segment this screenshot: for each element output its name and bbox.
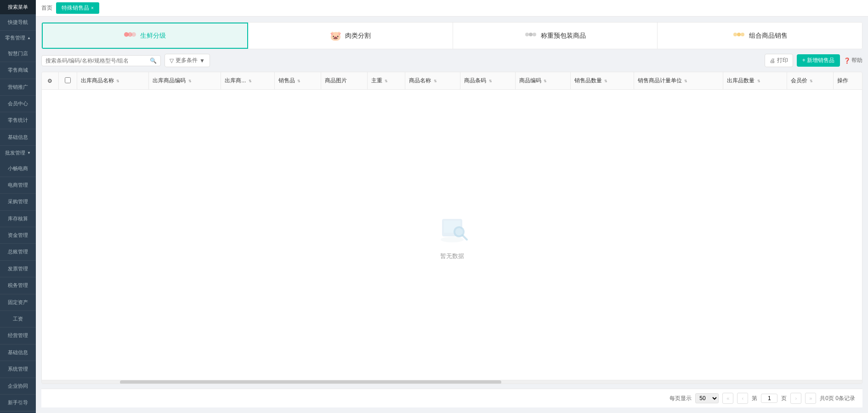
th-settings[interactable]: ⚙ — [42, 72, 58, 90]
svg-point-7 — [737, 33, 741, 36]
sort-arrows-out-qty: ⇅ — [757, 79, 760, 83]
sidebar-item-smart-store[interactable]: 智慧门店 — [0, 46, 36, 62]
sort-arrows-out-product-spec: ⇅ — [249, 79, 252, 83]
sort-arrows-member-price: ⇅ — [810, 79, 813, 83]
svg-point-5 — [533, 33, 536, 36]
cat-tab-weight-pack[interactable]: 称重预包装商品 — [453, 23, 658, 49]
sidebar-item-quick-nav[interactable]: 快捷导航 — [0, 14, 36, 31]
sidebar-item-inventory[interactable]: 库存核算 — [0, 211, 36, 227]
active-tab[interactable]: 特殊销售品 × — [56, 2, 99, 14]
sort-arrows-product-code: ⇅ — [544, 79, 547, 83]
th-product-name[interactable]: 商品名称 ⇅ — [405, 72, 460, 90]
home-link[interactable]: 首页 — [41, 4, 52, 12]
select-all-checkbox[interactable] — [65, 77, 71, 83]
print-label: 打印 — [777, 57, 788, 64]
sidebar-logo[interactable]: 搜索菜单 — [0, 0, 36, 14]
sidebar-item-purchase-mgmt[interactable]: 采购管理 — [0, 194, 36, 210]
th-product-image[interactable]: 商品图片 — [321, 72, 368, 90]
svg-point-9 — [441, 237, 464, 242]
th-sale-product[interactable]: 销售品 ⇅ — [275, 72, 321, 90]
sort-arrows-product-name: ⇅ — [434, 79, 437, 83]
page-content: 生鲜分级 🐷 肉类分割 称重预包装商品 — [36, 17, 868, 413]
sidebar-item-wholesale-mgmt[interactable]: 批发管理 — [0, 146, 36, 160]
help-button[interactable]: ❓ 帮助 — [844, 57, 862, 64]
th-out-qty[interactable]: 出库品数量 ⇅ — [723, 72, 787, 90]
horizontal-scrollbar[interactable] — [42, 380, 862, 384]
print-icon: 🖨 — [770, 57, 775, 64]
cat-tab-fresh-grade-label: 生鲜分级 — [140, 32, 166, 40]
combo-sale-icon — [732, 30, 745, 41]
th-action: 操作 — [833, 72, 862, 90]
sidebar-item-tax[interactable]: 税务管理 — [0, 277, 36, 294]
th-checkbox[interactable] — [58, 72, 77, 90]
svg-point-2 — [131, 32, 136, 37]
sort-arrows-out-product-name: ⇅ — [116, 79, 119, 83]
empty-state-icon — [434, 210, 471, 247]
add-product-button[interactable]: + 新增销售品 — [797, 54, 840, 67]
cat-tab-fresh-grade[interactable]: 生鲜分级 — [42, 23, 248, 49]
th-out-product-name[interactable]: 出库商品名称 ⇅ — [77, 72, 149, 90]
main-content: 首页 特殊销售品 × 生鲜分级 🐷 肉类分割 — [36, 0, 868, 413]
sidebar-item-sys-mgmt[interactable]: 系统管理 — [0, 361, 36, 378]
sidebar-item-ops-mgmt[interactable]: 经营管理 — [0, 327, 36, 344]
filter-label: 更多条件 — [176, 57, 198, 64]
sidebar-item-payroll[interactable]: 工资 — [0, 311, 36, 327]
page-input[interactable] — [761, 394, 777, 403]
sidebar-item-retail-mgmt[interactable]: 零售管理 — [0, 31, 36, 45]
th-product-code[interactable]: 商品编码 ⇅ — [515, 72, 570, 90]
cat-tab-meat-cut[interactable]: 🐷 肉类分割 — [248, 23, 453, 49]
th-sale-unit[interactable]: 销售商品计量单位 ⇅ — [634, 72, 723, 90]
print-button[interactable]: 🖨 打印 — [765, 54, 793, 67]
sidebar-item-mini-ecom[interactable]: 小畅电商 — [0, 161, 36, 177]
scrollbar-thumb[interactable] — [120, 380, 501, 384]
search-box[interactable]: 🔍 — [41, 55, 161, 66]
sidebar-item-retail-stats[interactable]: 零售统计 — [0, 112, 36, 129]
page-size-select[interactable]: 10 20 50 100 — [695, 393, 719, 403]
prev-page-button[interactable]: ‹ — [737, 393, 748, 404]
tab-close-icon[interactable]: × — [91, 6, 94, 11]
sidebar-item-member-center[interactable]: 会员中心 — [0, 96, 36, 112]
th-weight[interactable]: 主重 ⇅ — [367, 72, 405, 90]
sort-arrows-out-product-code: ⇅ — [188, 79, 192, 83]
sidebar-item-basic-info2[interactable]: 基础信息 — [0, 344, 36, 361]
empty-state: 暂无数据 — [42, 90, 862, 380]
sidebar-item-ecom-mgmt[interactable]: 电商管理 — [0, 177, 36, 194]
sidebar-item-invoice[interactable]: 发票管理 — [0, 261, 36, 277]
sidebar-item-fixed-assets[interactable]: 固定资产 — [0, 294, 36, 311]
total-label: 共0页 0条记录 — [820, 395, 855, 402]
first-page-button[interactable]: « — [722, 393, 733, 404]
data-table: ⚙ 出库商品名称 ⇅ 出库商品编码 ⇅ — [42, 72, 862, 90]
sidebar-item-basic-info[interactable]: 基础信息 — [0, 129, 36, 146]
meat-cut-icon: 🐷 — [330, 30, 341, 41]
cat-tab-combo-sale[interactable]: 组合商品销售 — [658, 23, 862, 49]
th-sale-qty[interactable]: 销售品数量 ⇅ — [570, 72, 634, 90]
th-product-barcode[interactable]: 商品条码 ⇅ — [460, 72, 516, 90]
sidebar-item-sales-promo[interactable]: 营销推广 — [0, 79, 36, 96]
topbar: 首页 特殊销售品 × — [36, 0, 868, 17]
search-input[interactable] — [45, 57, 150, 64]
search-icon[interactable]: 🔍 — [150, 57, 157, 64]
sidebar-item-general-ledger[interactable]: 总账管理 — [0, 244, 36, 260]
toolbar-left: 🔍 ▽ 更多条件 ▼ — [41, 54, 210, 67]
sidebar-item-enterprise[interactable]: 企业协同 — [0, 378, 36, 395]
sort-arrows-sale-qty: ⇅ — [604, 79, 607, 83]
filter-arrow-icon: ▼ — [199, 57, 205, 64]
sidebar-item-retail-mall[interactable]: 零售商城 — [0, 62, 36, 79]
settings-icon[interactable]: ⚙ — [47, 78, 52, 84]
th-out-product-spec[interactable]: 出库商... ⇅ — [221, 72, 275, 90]
sidebar-item-new-guide[interactable]: 新手引导 — [0, 395, 36, 411]
help-icon: ❓ — [844, 57, 851, 64]
th-out-product-code[interactable]: 出库商品编码 ⇅ — [149, 72, 221, 90]
sidebar-item-finance[interactable]: 资金管理 — [0, 227, 36, 244]
filter-button[interactable]: ▽ 更多条件 ▼ — [165, 54, 210, 67]
cat-tab-weight-pack-label: 称重预包装商品 — [541, 32, 586, 40]
sidebar-bottom: ⚙ — [0, 411, 36, 413]
cat-tab-meat-cut-label: 肉类分割 — [345, 32, 371, 40]
next-page-button[interactable]: › — [790, 393, 801, 404]
svg-point-3 — [525, 33, 529, 36]
th-member-price[interactable]: 会员价 ⇅ — [787, 72, 833, 90]
svg-point-8 — [741, 33, 744, 36]
last-page-button[interactable]: » — [805, 393, 816, 404]
sort-arrows-sale-product: ⇅ — [297, 79, 301, 83]
sort-arrows-sale-unit: ⇅ — [684, 79, 687, 83]
